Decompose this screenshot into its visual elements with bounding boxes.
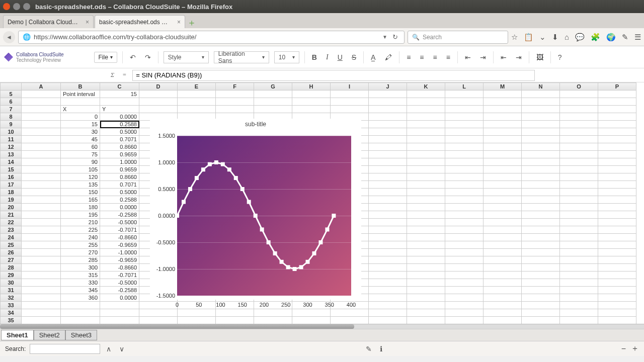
cell-B35[interactable]	[61, 317, 100, 324]
cell-C29[interactable]: -0.7071	[100, 272, 139, 279]
cell-L31[interactable]	[445, 287, 484, 294]
cell-C31[interactable]: -0.2588	[100, 287, 139, 294]
cell-L27[interactable]	[445, 256, 484, 264]
cell-D34[interactable]	[139, 309, 178, 317]
row-header[interactable]: 11	[1, 136, 22, 143]
cell-B16[interactable]: 120	[61, 173, 100, 181]
cell-B30[interactable]: 330	[61, 279, 100, 287]
help-icon[interactable]: ?	[556, 51, 564, 63]
cell-M6[interactable]	[484, 98, 522, 106]
cell-A16[interactable]	[22, 173, 61, 181]
cell-A20[interactable]	[22, 204, 61, 211]
align-left-icon[interactable]: ≡	[405, 51, 413, 63]
cell-N17[interactable]	[522, 181, 560, 189]
cell-P19[interactable]	[598, 196, 636, 204]
cell-J20[interactable]	[369, 204, 407, 211]
cell-N16[interactable]	[522, 173, 560, 181]
cell-K32[interactable]	[407, 294, 445, 302]
cell-P25[interactable]	[598, 241, 636, 249]
cell-M7[interactable]	[484, 106, 522, 113]
cell-J35[interactable]	[369, 317, 407, 324]
cell-O11[interactable]	[560, 136, 598, 143]
cell-D33[interactable]	[139, 302, 178, 309]
cell-B26[interactable]: 270	[61, 249, 100, 256]
cell-A13[interactable]	[22, 151, 61, 158]
cell-C26[interactable]: -1.0000	[100, 249, 139, 256]
cell-K13[interactable]	[407, 151, 445, 158]
clipboard-icon[interactable]: 📋	[524, 33, 533, 42]
cell-K18[interactable]	[407, 189, 445, 196]
cell-P13[interactable]	[598, 151, 636, 158]
row-header[interactable]: 29	[1, 272, 22, 279]
cell-B13[interactable]: 75	[61, 151, 100, 158]
url-input[interactable]: 🌐 https://www.collaboraoffice.com/try-co…	[18, 31, 405, 44]
cell-O13[interactable]	[560, 151, 598, 158]
cell-C8[interactable]: 0.0000	[100, 113, 139, 121]
cell-J30[interactable]	[369, 279, 407, 287]
align-justify-icon[interactable]: ≡	[444, 51, 452, 63]
cell-C5[interactable]: 15	[100, 90, 139, 98]
cell-J10[interactable]	[369, 128, 407, 136]
cell-K15[interactable]	[407, 166, 445, 173]
align-center-icon[interactable]: ≡	[418, 51, 426, 63]
cell-N26[interactable]	[522, 249, 560, 256]
col-header[interactable]: M	[484, 83, 522, 90]
col-header[interactable]: N	[522, 83, 560, 90]
cell-L5[interactable]	[445, 90, 484, 98]
cell-C23[interactable]: -0.7071	[100, 226, 139, 234]
cell-N9[interactable]	[522, 121, 560, 128]
cell-C12[interactable]: 0.8660	[100, 143, 139, 151]
cell-P30[interactable]	[598, 279, 636, 287]
cell-B21[interactable]: 195	[61, 211, 100, 219]
cell-P31[interactable]	[598, 287, 636, 294]
chevron-down-icon[interactable]: ▼	[382, 34, 387, 40]
indent-icon[interactable]: ⇥	[514, 51, 524, 63]
cell-B8[interactable]: 0	[61, 113, 100, 121]
cell-L34[interactable]	[445, 309, 484, 317]
cell-C10[interactable]: 0.5000	[100, 128, 139, 136]
cell-C11[interactable]: 0.7071	[100, 136, 139, 143]
col-header[interactable]: F	[216, 83, 254, 90]
cell-A19[interactable]	[22, 196, 61, 204]
cell-J12[interactable]	[369, 143, 407, 151]
cell-J9[interactable]	[369, 121, 407, 128]
search-input[interactable]: 🔍 Search	[408, 31, 508, 44]
cell-K5[interactable]	[407, 90, 445, 98]
cell-O33[interactable]	[560, 302, 598, 309]
cell-M8[interactable]	[484, 113, 522, 121]
cell-L17[interactable]	[445, 181, 484, 189]
cell-A5[interactable]	[22, 90, 61, 98]
row-header[interactable]: 35	[1, 317, 22, 324]
cell-P6[interactable]	[598, 98, 636, 106]
cell-N21[interactable]	[522, 211, 560, 219]
row-header[interactable]: 8	[1, 113, 22, 121]
cell-A6[interactable]	[22, 98, 61, 106]
row-header[interactable]: 24	[1, 234, 22, 241]
image-icon[interactable]: 🖼	[534, 51, 545, 63]
cell-J32[interactable]	[369, 294, 407, 302]
indent-inc-icon[interactable]: ⇥	[478, 51, 488, 63]
cell-A22[interactable]	[22, 219, 61, 226]
cell-P17[interactable]	[598, 181, 636, 189]
cell-K31[interactable]	[407, 287, 445, 294]
row-header[interactable]: 16	[1, 173, 22, 181]
cell-E35[interactable]	[178, 317, 216, 324]
row-header[interactable]: 27	[1, 256, 22, 264]
cell-A28[interactable]	[22, 264, 61, 272]
row-header[interactable]: 12	[1, 143, 22, 151]
cell-O12[interactable]	[560, 143, 598, 151]
cell-H7[interactable]	[292, 106, 331, 113]
cell-M27[interactable]	[484, 256, 522, 264]
cell-A11[interactable]	[22, 136, 61, 143]
cell-P9[interactable]	[598, 121, 636, 128]
cell-N13[interactable]	[522, 151, 560, 158]
cell-M5[interactable]	[484, 90, 522, 98]
picker-icon[interactable]: ✎	[622, 33, 628, 42]
cell-O17[interactable]	[560, 181, 598, 189]
cell-J17[interactable]	[369, 181, 407, 189]
cell-J14[interactable]	[369, 158, 407, 166]
cell-P12[interactable]	[598, 143, 636, 151]
font-select[interactable]: Liberation Sans▾	[214, 51, 269, 63]
cell-L15[interactable]	[445, 166, 484, 173]
cell-M15[interactable]	[484, 166, 522, 173]
